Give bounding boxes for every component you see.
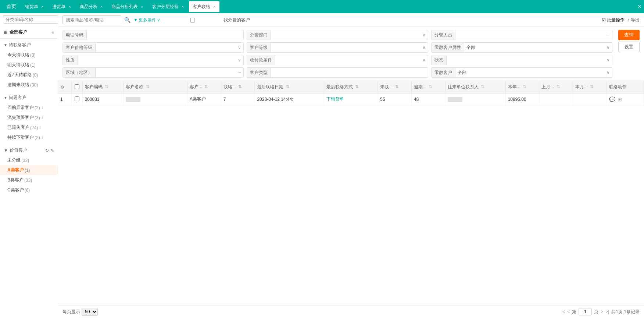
- col-thismonth: 本月... ⇅: [573, 81, 607, 93]
- tab-product-analysis-list[interactable]: 商品分析列表 ×: [108, 1, 147, 12]
- filter-retail-attr-value[interactable]: 全部: [464, 45, 604, 51]
- sort-icon-overdue[interactable]: ⇅: [429, 84, 432, 89]
- nav-home[interactable]: 首页: [3, 2, 20, 11]
- row-checkbox[interactable]: [75, 96, 79, 101]
- grid-action-icon[interactable]: ⊞: [618, 96, 622, 102]
- last-page-btn[interactable]: >|: [605, 309, 609, 314]
- sidebar-search-input[interactable]: [3, 15, 58, 24]
- manager-dots-icon[interactable]: ···: [604, 32, 612, 38]
- status-arrow-icon[interactable]: ∨: [604, 57, 612, 63]
- query-button[interactable]: 查询: [618, 30, 640, 40]
- per-page-control: 每页显示 50: [62, 308, 98, 316]
- tab-customer-tiering-close[interactable]: ×: [182, 4, 184, 9]
- sidebar-item-b-class[interactable]: B类客户 (33): [0, 175, 58, 185]
- filter-row-2: 客户价格等级 ∨ 客户等级 ∨ 零散客户属性 全部 ∨: [62, 42, 615, 53]
- col-checkbox: [71, 81, 82, 93]
- sidebar-section-pending-header[interactable]: ▼ 待联络客户: [0, 40, 58, 50]
- batch-ops-btn[interactable]: ☑ 批量操作: [602, 17, 625, 23]
- search-input[interactable]: [62, 15, 121, 24]
- row-name: Ea: [124, 93, 187, 105]
- arrow-down-icon-3: ▼: [4, 148, 8, 153]
- tab-product-analysis-list-close[interactable]: ×: [141, 4, 143, 9]
- tab-purchase-order-close[interactable]: ×: [68, 4, 71, 9]
- sort-icon-contact[interactable]: ⇅: [238, 84, 242, 89]
- col-name: 客户名称 ⇅: [124, 81, 187, 93]
- sort-icon-uncontacted[interactable]: ⇅: [395, 84, 399, 89]
- col-action: 联络动作: [607, 81, 644, 93]
- per-page-select[interactable]: 50: [82, 308, 98, 316]
- table-footer: 每页显示 50 |< < 第 页 > >| 共1页 1条记录: [58, 305, 644, 318]
- sort-icon-thismonth[interactable]: ⇅: [590, 84, 594, 89]
- region-dots-icon[interactable]: ···: [235, 70, 243, 75]
- select-all-checkbox[interactable]: [75, 84, 79, 89]
- sidebar-item-7days[interactable]: 近7天待联络 (0): [0, 70, 58, 80]
- customer-level-arrow-icon[interactable]: ∨: [420, 45, 428, 50]
- sort-icon-lastmonth[interactable]: ⇅: [557, 84, 560, 89]
- price-level-arrow-icon[interactable]: ∨: [236, 45, 243, 50]
- table-gear-icon[interactable]: ⚙: [60, 85, 64, 90]
- my-customer-checkbox[interactable]: 我分管的客户: [163, 17, 250, 23]
- next-page-btn[interactable]: >: [601, 309, 603, 314]
- filter-payment-label: 收付款条件: [247, 55, 275, 65]
- sort-icon-lastmethod[interactable]: ⇅: [355, 84, 359, 89]
- filter-retail-value[interactable]: 全部: [455, 70, 604, 76]
- sort-icon-contact2[interactable]: ⇅: [481, 84, 484, 89]
- tab-sales-order-close[interactable]: ×: [41, 4, 43, 9]
- sidebar-item-overdue[interactable]: 逾期未联络 (30): [0, 80, 58, 90]
- payment-arrow-icon[interactable]: ∨: [420, 57, 428, 63]
- window-close[interactable]: ×: [638, 3, 641, 10]
- sidebar-item-churned[interactable]: 已流失客户 (24) ℹ: [0, 123, 58, 132]
- sort-icon-level[interactable]: ⇅: [204, 84, 208, 89]
- sidebar-item-unclassified[interactable]: 未分组 (32): [0, 155, 58, 165]
- sidebar-item-c-class[interactable]: C类客户 (6): [0, 185, 58, 195]
- chat-icon[interactable]: 💬: [609, 96, 615, 102]
- nature-arrow-icon[interactable]: ∨: [236, 57, 243, 63]
- sidebar-item-a-class[interactable]: A类客户 (1): [0, 165, 58, 175]
- sidebar-section-problem-header[interactable]: ▼ 问题客户: [0, 93, 58, 103]
- sidebar-collapse-icon[interactable]: «: [51, 30, 54, 35]
- sort-icon-thisyear[interactable]: ⇅: [523, 84, 526, 89]
- refresh-icon[interactable]: ↻: [45, 148, 49, 153]
- dept-arrow-icon[interactable]: ∨: [420, 32, 428, 38]
- filter-status: 状态 ∨: [431, 55, 612, 65]
- sidebar-section-value-header[interactable]: ▼ 价值客户 ↻ ✎: [0, 145, 58, 155]
- sidebar-item-rebuy-abnormal[interactable]: 回购异常客户 (2) ℹ: [0, 103, 58, 113]
- customer-table: ⚙ 客户编码 ⇅ 客户名称 ⇅: [58, 81, 644, 105]
- sort-icon-lastdate[interactable]: ⇅: [286, 84, 290, 89]
- tab-customer-tiering[interactable]: 客户分层经营 ×: [149, 1, 187, 12]
- sidebar-item-declining[interactable]: 持续下滑客户 (2) ℹ: [0, 132, 58, 142]
- filter-row-4: 区域（地区） ··· 客户类型 零散客户 全部 ∨: [62, 67, 615, 78]
- edit-icon[interactable]: ✎: [50, 148, 54, 153]
- sidebar-all-customers[interactable]: ⊞ 全部客户 «: [0, 26, 58, 39]
- last-method-link[interactable]: 下销货单: [326, 96, 344, 102]
- tab-product-analysis-close[interactable]: ×: [100, 4, 103, 9]
- prev-page-btn[interactable]: <: [567, 309, 570, 314]
- more-filter-btn[interactable]: ▼ 更多条件 ∨: [133, 17, 160, 23]
- arrow-down-icon: ▼: [4, 43, 7, 47]
- col-lastdate: 最后联络日期 ⇅: [255, 81, 324, 93]
- pagination-control: |< < 第 页 > >| 共1页 1条记录: [561, 308, 640, 315]
- my-customer-check[interactable]: [163, 18, 222, 22]
- retail-attr-arrow-icon[interactable]: ∨: [604, 45, 612, 50]
- filter-customer-level-label: 客户等级: [247, 43, 271, 52]
- tab-purchase-order[interactable]: 进货单 ×: [49, 1, 74, 12]
- filter-status-label: 状态: [432, 55, 447, 65]
- sort-icon-code[interactable]: ⇅: [105, 84, 108, 89]
- sort-icon-name[interactable]: ⇅: [146, 84, 150, 89]
- export-btn[interactable]: ↑ 导出: [627, 17, 640, 23]
- first-page-btn[interactable]: |<: [561, 309, 565, 314]
- filter-type-label: 客户类型: [247, 68, 271, 77]
- sidebar-item-today[interactable]: 今天待联络 (0): [0, 50, 58, 60]
- tab-sales-order[interactable]: 销货单 ×: [21, 1, 47, 12]
- setting-button[interactable]: 设置: [618, 42, 640, 52]
- info-icon-1: ℹ: [42, 106, 43, 110]
- sidebar-item-churn-warning[interactable]: 流失预警客户 (3) ℹ: [0, 113, 58, 123]
- page-number-input[interactable]: [579, 308, 592, 315]
- tab-product-analysis[interactable]: 商品分析 ×: [76, 1, 106, 12]
- tab-customer-contact-close[interactable]: ×: [213, 4, 215, 9]
- sidebar-item-tomorrow[interactable]: 明天待联络 (1): [0, 60, 58, 70]
- retail-arrow-icon[interactable]: ∨: [604, 70, 612, 75]
- tab-customer-contact[interactable]: 客户联络 ×: [189, 1, 219, 12]
- filter-search-icon[interactable]: 🔍: [124, 17, 130, 23]
- export-icon: ↑: [627, 17, 630, 22]
